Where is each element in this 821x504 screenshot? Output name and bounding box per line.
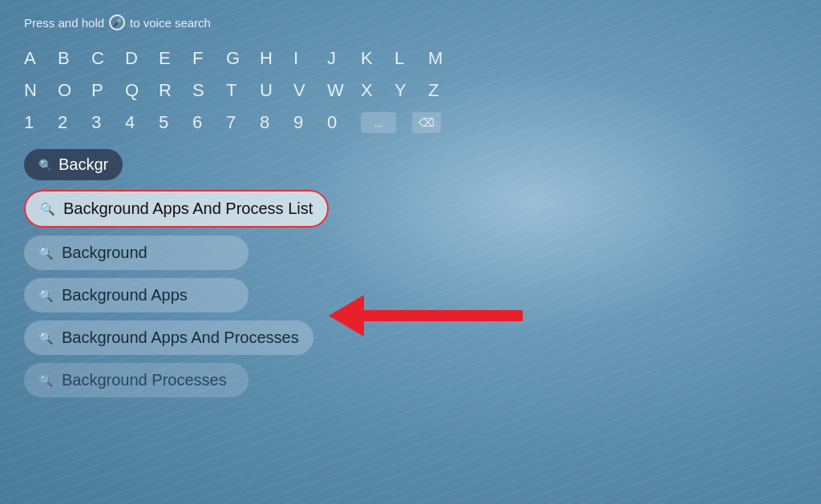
key-E[interactable]: E [159, 48, 176, 69]
suggestion-item-3[interactable]: 🔍 Background Apps [24, 278, 249, 312]
key-1[interactable]: 1 [24, 112, 42, 133]
suggestion-item-1[interactable]: 🔍 Background Apps And Process List [24, 190, 329, 228]
voice-hint: Press and hold 🎤 to voice search [24, 14, 797, 30]
key-H[interactable]: H [260, 48, 277, 69]
key-G[interactable]: G [226, 48, 244, 69]
suggestion-text-1: Background Apps And Process List [63, 200, 313, 218]
key-O[interactable]: O [58, 80, 75, 101]
search-input-display: 🔍 Backgr [24, 149, 123, 180]
key-space[interactable]: ⎵ [361, 112, 396, 133]
key-M[interactable]: M [428, 48, 446, 69]
key-T[interactable]: T [226, 80, 244, 101]
keyboard-row-2: N O P Q R S T U V W X Y Z [24, 80, 797, 101]
key-delete[interactable]: ⌫ [412, 112, 441, 133]
key-K[interactable]: K [361, 48, 378, 69]
key-S[interactable]: S [192, 80, 210, 101]
key-8[interactable]: 8 [260, 112, 277, 133]
suggestion-text-4: Background Apps And Processes [62, 329, 299, 347]
key-4[interactable]: 4 [125, 112, 143, 133]
key-U[interactable]: U [260, 80, 277, 101]
keyboard-row-1: A B C D E F G H I J K L M [24, 48, 797, 69]
main-content: Press and hold 🎤 to voice search A B C D… [0, 0, 821, 420]
suggestion-text-5: Background Processes [62, 371, 227, 389]
suggestion-item-2[interactable]: 🔍 Background [24, 236, 249, 270]
key-N[interactable]: N [24, 80, 42, 101]
key-R[interactable]: R [159, 80, 176, 101]
voice-hint-suffix: to voice search [130, 16, 211, 30]
search-icon-s4: 🔍 [38, 331, 54, 345]
mic-icon: 🎤 [109, 14, 125, 30]
key-P[interactable]: P [91, 80, 109, 101]
key-W[interactable]: W [327, 80, 345, 101]
key-C[interactable]: C [91, 48, 109, 69]
key-L[interactable]: L [394, 48, 412, 69]
key-0[interactable]: 0 [327, 112, 345, 133]
suggestions-list: 🔍 Background Apps And Process List 🔍 Bac… [24, 190, 797, 405]
suggestion-item-4[interactable]: 🔍 Background Apps And Processes [24, 321, 313, 355]
search-icon-s3: 🔍 [38, 288, 54, 303]
key-7[interactable]: 7 [226, 112, 244, 133]
suggestion-text-3: Background Apps [62, 286, 188, 304]
search-icon-s5: 🔍 [38, 373, 54, 388]
key-Y[interactable]: Y [394, 80, 412, 101]
key-6[interactable]: 6 [192, 112, 210, 133]
suggestion-item-5[interactable]: 🔍 Background Processes [24, 363, 249, 397]
key-Z[interactable]: Z [428, 80, 446, 101]
voice-hint-prefix: Press and hold [24, 16, 104, 30]
search-icon-s1: 🔍 [40, 202, 55, 216]
key-J[interactable]: J [327, 48, 345, 69]
key-B[interactable]: B [58, 48, 75, 69]
key-X[interactable]: X [361, 80, 378, 101]
key-9[interactable]: 9 [293, 112, 311, 133]
keyboard: A B C D E F G H I J K L M N O P Q R S T … [24, 48, 797, 133]
key-V[interactable]: V [293, 80, 311, 101]
key-I[interactable]: I [293, 48, 311, 69]
search-input-value[interactable]: Backgr [59, 155, 108, 174]
key-F[interactable]: F [192, 48, 210, 69]
key-5[interactable]: 5 [159, 112, 176, 133]
keyboard-row-3: 1 2 3 4 5 6 7 8 9 0 ⎵ ⌫ [24, 112, 797, 133]
suggestion-text-2: Background [62, 244, 148, 262]
key-Q[interactable]: Q [125, 80, 143, 101]
key-D[interactable]: D [125, 48, 143, 69]
key-A[interactable]: A [24, 48, 42, 69]
search-icon-s2: 🔍 [38, 246, 54, 260]
search-icon-input: 🔍 [38, 159, 52, 171]
key-2[interactable]: 2 [58, 112, 75, 133]
key-3[interactable]: 3 [91, 112, 109, 133]
